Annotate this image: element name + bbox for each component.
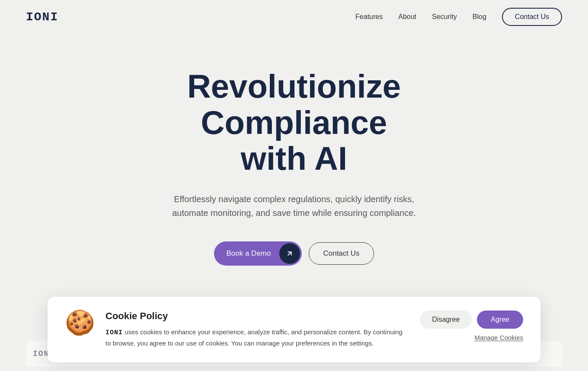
hero-contact-button[interactable]: Contact Us: [309, 242, 374, 265]
cookie-brand: IONI: [105, 329, 123, 336]
nav-features[interactable]: Features: [355, 13, 383, 21]
cookie-body-text: uses cookies to enhance your experience,…: [105, 328, 403, 347]
cookie-content: Cookie Policy IONI uses cookies to enhan…: [105, 311, 409, 349]
navbar: IONI Features About Security Blog Contac…: [0, 0, 588, 34]
nav-security[interactable]: Security: [432, 13, 457, 21]
logo: IONI: [26, 10, 58, 24]
book-demo-label: Book a Demo: [226, 249, 278, 258]
nav-contact-button[interactable]: Contact Us: [502, 8, 562, 26]
cookie-banner: 🍪 Cookie Policy IONI uses cookies to enh…: [48, 297, 540, 362]
cookie-icon: 🍪: [65, 311, 95, 335]
disagree-button[interactable]: Disagree: [420, 311, 472, 329]
hero-buttons: Book a Demo Contact Us: [214, 241, 374, 266]
hero-subtitle: Effortlessly navigate complex regulation…: [169, 192, 419, 220]
book-demo-button[interactable]: Book a Demo: [214, 241, 302, 266]
hero-section: Revolutionize Compliance with AI Effortl…: [0, 34, 588, 292]
cookie-text: IONI uses cookies to enhance your experi…: [105, 327, 409, 349]
hero-title: Revolutionize Compliance with AI: [99, 68, 489, 177]
cookie-title: Cookie Policy: [105, 311, 409, 322]
agree-button[interactable]: Agree: [477, 311, 523, 329]
nav-about[interactable]: About: [398, 13, 416, 21]
arrow-icon: [279, 243, 300, 264]
cookie-actions: Disagree Agree Manage Cookies: [420, 311, 523, 341]
cookie-btn-row: Disagree Agree: [420, 311, 523, 329]
manage-cookies-button[interactable]: Manage Cookies: [474, 334, 523, 341]
nav-blog[interactable]: Blog: [473, 13, 486, 21]
nav-links: Features About Security Blog Contact Us: [355, 8, 562, 26]
